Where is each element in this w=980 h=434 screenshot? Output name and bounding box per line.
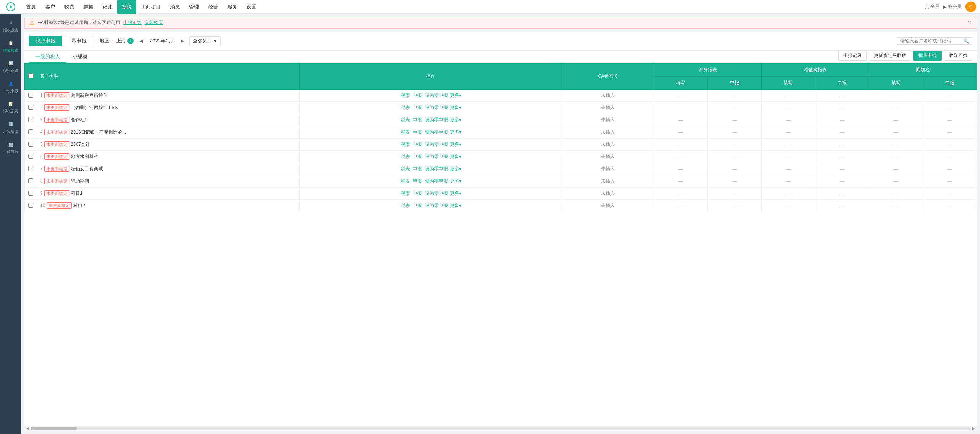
tab-zero[interactable]: 零申报 — [65, 36, 93, 46]
op-btn-1[interactable]: 申报 — [413, 154, 422, 159]
nav-bookkeeping[interactable]: 记账 — [98, 0, 117, 14]
employee-selector[interactable]: 全部员工 ▼ — [189, 36, 221, 46]
ca-status-cell: 未插入 — [562, 90, 654, 102]
op-btn-0[interactable]: 税表 — [401, 191, 410, 196]
nav-settings[interactable]: 设置 — [242, 0, 261, 14]
nav-invoice[interactable]: 票据 — [79, 0, 98, 14]
op-btn-2[interactable]: 设为零申报 — [425, 142, 448, 147]
nav-home[interactable]: 首页 — [21, 0, 41, 14]
op-btn-1[interactable]: 申报 — [413, 203, 422, 208]
add-fill-cell: — — [869, 139, 923, 151]
op-btn-2[interactable]: 设为零申报 — [425, 117, 448, 122]
op-btn-2[interactable]: 设为零申报 — [425, 166, 448, 171]
more-dropdown-btn[interactable]: 更多▾ — [450, 166, 461, 171]
select-all-checkbox[interactable] — [28, 73, 33, 78]
row-checkbox[interactable] — [28, 154, 33, 159]
notice-close-button[interactable]: ✕ — [967, 20, 972, 26]
client-name: 科目1 — [71, 191, 83, 196]
more-dropdown-btn[interactable]: 更多▾ — [450, 117, 461, 122]
row-checkbox[interactable] — [28, 117, 33, 122]
row-checkbox[interactable] — [28, 203, 33, 208]
update-fetch-button[interactable]: 更新统定及取数 — [869, 51, 911, 61]
sidebar-item-tax-records[interactable]: 📝 报税记录 — [0, 96, 21, 117]
sidebar-item-personal-tax[interactable]: 👤 个税申报 — [0, 76, 21, 96]
op-btn-1[interactable]: 申报 — [413, 129, 422, 135]
op-btn-1[interactable]: 申报 — [413, 178, 422, 184]
row-checkbox[interactable] — [28, 142, 33, 147]
op-btn-0[interactable]: 税表 — [401, 166, 410, 171]
op-btn-1[interactable]: 申报 — [413, 191, 422, 196]
nav-client[interactable]: 客户 — [41, 0, 60, 14]
search-input[interactable] — [900, 38, 962, 44]
more-dropdown-btn[interactable]: 更多▾ — [450, 203, 461, 208]
client-name: 合作社1 — [71, 117, 87, 122]
nav-biz-project[interactable]: 工商项目 — [136, 0, 165, 14]
more-dropdown-btn[interactable]: 更多▾ — [450, 93, 461, 98]
op-btn-1[interactable]: 申报 — [413, 105, 422, 110]
op-btn-2[interactable]: 设为零申报 — [425, 154, 448, 159]
tab-small-scale[interactable]: 小规模 — [66, 51, 93, 63]
op-btn-0[interactable]: 税表 — [401, 203, 410, 208]
more-dropdown-btn[interactable]: 更多▾ — [450, 191, 461, 196]
declaration-record-button[interactable]: 申报记录 — [838, 51, 867, 61]
row-checkbox[interactable] — [28, 178, 33, 183]
scroll-left-icon[interactable]: ◀ — [26, 426, 29, 431]
nav-messages[interactable]: 消息 — [165, 0, 185, 14]
row-checkbox[interactable] — [28, 105, 33, 110]
prev-period-button[interactable]: ◀ — [137, 37, 145, 45]
op-btn-0[interactable]: 税表 — [401, 142, 410, 147]
user-avatar[interactable]: C — [965, 2, 976, 12]
notice-link-declaration[interactable]: 申报汇签 — [123, 20, 142, 26]
sidebar-item-calc-clear[interactable]: 🔢 汇算清缴 — [0, 117, 21, 137]
scrollbar-thumb[interactable] — [31, 427, 77, 430]
region-info-icon[interactable]: i — [127, 38, 134, 44]
search-icon[interactable]: 🔍 — [963, 38, 969, 44]
nav-management[interactable]: 管理 — [185, 0, 204, 14]
op-btn-2[interactable]: 设为零申报 — [425, 191, 448, 196]
tab-general-taxpayer[interactable]: 一般的税人 — [29, 51, 66, 63]
op-btn-0[interactable]: 税表 — [401, 105, 410, 110]
sidebar-item-biz-annual[interactable]: 🏢 工商年报 — [0, 137, 21, 157]
next-period-button[interactable]: ▶ — [178, 37, 186, 45]
sidebar-item-batch-tax[interactable]: 📋 批量报税 — [0, 36, 21, 56]
batch-declare-button[interactable]: 批量申报 — [913, 51, 942, 61]
upgrade-button[interactable]: ▶ 畅会员 — [943, 3, 962, 10]
op-btn-2[interactable]: 设为零申报 — [425, 129, 448, 135]
notice-link-buy[interactable]: 立即购买 — [145, 20, 163, 26]
scroll-right-icon[interactable]: ▶ — [972, 426, 975, 431]
more-dropdown-btn[interactable]: 更多▾ — [450, 105, 461, 110]
table-row: 1未更新核定勿删新税网络通信税表 申报 设为零申报 更多▾未插入—————— — [25, 90, 977, 102]
op-btn-0[interactable]: 税表 — [401, 93, 410, 98]
fullscreen-button[interactable]: ⛶ 全屏 — [924, 3, 939, 10]
more-dropdown-btn[interactable]: 更多▾ — [450, 129, 461, 135]
op-btn-2[interactable]: 设为零申报 — [425, 93, 448, 98]
op-btn-2[interactable]: 设为零申报 — [425, 203, 448, 208]
row-checkbox[interactable] — [28, 166, 33, 171]
op-btn-1[interactable]: 申报 — [413, 166, 422, 171]
nav-operations[interactable]: 经营 — [204, 0, 223, 14]
row-checkbox[interactable] — [28, 129, 33, 134]
op-btn-2[interactable]: 设为零申报 — [425, 178, 448, 184]
sidebar-item-tax-overview[interactable]: 📊 报税总览 — [0, 56, 21, 76]
more-dropdown-btn[interactable]: 更多▾ — [450, 154, 461, 159]
op-btn-2[interactable]: 设为零申报 — [425, 105, 448, 110]
row-checkbox[interactable] — [28, 191, 33, 196]
op-btn-0[interactable]: 税表 — [401, 154, 410, 159]
status-tag: 未更新核定 — [44, 178, 69, 184]
op-btn-1[interactable]: 申报 — [413, 142, 422, 147]
op-btn-0[interactable]: 税表 — [401, 117, 410, 122]
op-btn-1[interactable]: 申报 — [413, 93, 422, 98]
op-btn-0[interactable]: 税表 — [401, 178, 410, 184]
add-fill-cell: — — [869, 188, 923, 200]
sidebar-item-tax-settings[interactable]: ⚙ 报税设置 — [0, 15, 21, 36]
more-dropdown-btn[interactable]: 更多▾ — [450, 142, 461, 147]
row-checkbox[interactable] — [28, 93, 33, 98]
nav-billing[interactable]: 收费 — [60, 0, 79, 14]
fetch-back-button[interactable]: 收取回执 — [944, 51, 972, 61]
nav-tax[interactable]: 报税 — [117, 0, 136, 14]
op-btn-0[interactable]: 税表 — [401, 129, 410, 135]
nav-services[interactable]: 服务 — [223, 0, 242, 14]
more-dropdown-btn[interactable]: 更多▾ — [450, 178, 461, 184]
op-btn-1[interactable]: 申报 — [413, 117, 422, 122]
tab-declaration[interactable]: 税款申报 — [29, 36, 62, 46]
